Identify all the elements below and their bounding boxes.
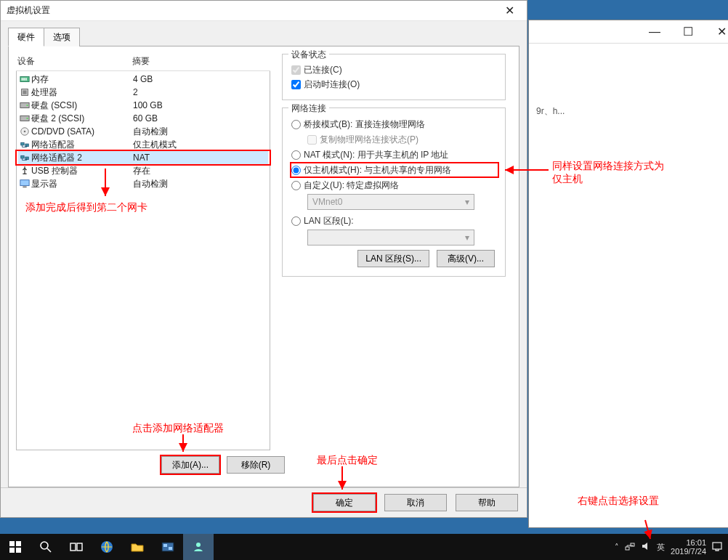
ie-icon[interactable] bbox=[92, 534, 122, 560]
app-icon[interactable] bbox=[183, 534, 214, 560]
add-hardware-button[interactable]: 添加(A)... bbox=[161, 456, 219, 474]
tray-network-icon[interactable] bbox=[625, 541, 635, 553]
custom-vmnet-value: VMnet0 bbox=[312, 197, 342, 207]
svg-rect-35 bbox=[626, 547, 629, 550]
hw-summary: 自动检测 bbox=[133, 126, 268, 138]
close-button[interactable]: ✕ bbox=[705, 20, 728, 44]
dialog-title: 虚拟机设置 bbox=[7, 4, 50, 17]
connect-at-poweron-label: 启动时连接(O) bbox=[304, 78, 360, 91]
net-icon bbox=[18, 153, 31, 163]
hw-row-disk2[interactable]: 硬盘 2 (SCSI) 60 GB bbox=[18, 112, 268, 125]
hw-summary: 2 bbox=[133, 87, 268, 97]
hostonly-radio[interactable]: 仅主机模式(H): 与主机共享的专用网络 bbox=[291, 163, 498, 176]
minimize-button[interactable]: — bbox=[638, 20, 671, 44]
tray-volume-icon[interactable] bbox=[641, 541, 651, 553]
svg-rect-23 bbox=[9, 541, 15, 546]
hw-row-display[interactable]: 显示器 自动检测 bbox=[18, 177, 268, 190]
hw-row-disk1[interactable]: 硬盘 (SCSI) 100 GB bbox=[18, 99, 268, 112]
disk-icon bbox=[18, 100, 31, 110]
help-button[interactable]: 帮助 bbox=[456, 494, 518, 511]
ok-button[interactable]: 确定 bbox=[313, 494, 376, 511]
svg-rect-16 bbox=[20, 180, 29, 186]
hw-name: CD/DVD (SATA) bbox=[31, 126, 133, 137]
hw-summary: 4 GB bbox=[133, 74, 268, 84]
cancel-button[interactable]: 取消 bbox=[384, 494, 447, 511]
search-icon[interactable] bbox=[31, 534, 61, 560]
svg-rect-25 bbox=[9, 548, 15, 553]
tray-up-icon[interactable]: ˄ bbox=[615, 543, 619, 552]
svg-rect-33 bbox=[169, 547, 172, 550]
task-view-icon[interactable] bbox=[61, 534, 92, 560]
advanced-button[interactable]: 高级(V)... bbox=[437, 250, 495, 267]
svg-rect-26 bbox=[16, 548, 21, 553]
hostonly-label: 仅主机模式(H): 与主机共享的专用网络 bbox=[304, 164, 451, 176]
custom-vmnet-select: VMnet0 ▾ bbox=[307, 194, 474, 210]
replicate-checkbox: 复制物理网络连接状态(P) bbox=[307, 133, 498, 146]
custom-radio[interactable]: 自定义(U): 特定虚拟网络 bbox=[291, 179, 498, 192]
tray-notifications-icon[interactable] bbox=[712, 541, 722, 553]
tray-date: 2019/7/24 bbox=[671, 547, 706, 556]
svg-rect-2 bbox=[23, 78, 25, 81]
svg-rect-5 bbox=[23, 90, 26, 94]
hw-summary: 60 GB bbox=[133, 113, 268, 123]
connect-at-poweron-input[interactable] bbox=[291, 80, 301, 89]
device-state-group: 设备状态 已连接(C) 启动时连接(O) bbox=[282, 54, 506, 100]
explorer-icon[interactable] bbox=[122, 534, 153, 560]
svg-point-7 bbox=[26, 105, 28, 106]
hw-row-memory[interactable]: 内存 4 GB bbox=[18, 73, 268, 86]
hw-summary: 自动检测 bbox=[133, 178, 268, 190]
connected-input bbox=[291, 65, 301, 75]
tray-datetime[interactable]: 16:01 2019/7/24 bbox=[671, 538, 706, 556]
vmware-icon[interactable] bbox=[153, 534, 183, 560]
display-icon bbox=[18, 179, 31, 189]
hw-summary: 仅主机模式 bbox=[133, 139, 268, 151]
network-connection-group: 网络连接 桥接模式(B): 直接连接物理网络 复制物理网络连接状态(P) NAT… bbox=[282, 107, 506, 277]
start-button[interactable] bbox=[0, 534, 31, 560]
lan-segment-input[interactable] bbox=[291, 216, 301, 226]
hw-row-net1[interactable]: 网络适配器 仅主机模式 bbox=[18, 138, 268, 151]
memory-icon bbox=[18, 74, 31, 84]
svg-point-34 bbox=[196, 543, 201, 547]
background-window: — ☐ ✕ 9r、h... bbox=[528, 20, 728, 528]
svg-rect-1 bbox=[22, 78, 23, 81]
nat-input[interactable] bbox=[291, 150, 301, 160]
lan-segment-select: ▾ bbox=[307, 230, 474, 245]
svg-rect-37 bbox=[713, 543, 721, 549]
custom-input[interactable] bbox=[291, 181, 301, 190]
hw-row-cpu[interactable]: 处理器 2 bbox=[18, 86, 268, 99]
connect-at-poweron-checkbox[interactable]: 启动时连接(O) bbox=[291, 78, 498, 91]
tab-hardware[interactable]: 硬件 bbox=[8, 28, 44, 46]
svg-point-9 bbox=[26, 118, 28, 119]
maximize-button[interactable]: ☐ bbox=[671, 20, 705, 44]
replicate-label: 复制物理网络连接状态(P) bbox=[320, 134, 418, 146]
svg-point-11 bbox=[24, 131, 26, 133]
lan-segments-button[interactable]: LAN 区段(S)... bbox=[357, 250, 429, 267]
connected-checkbox[interactable]: 已连接(C) bbox=[291, 63, 498, 76]
hw-row-net2[interactable]: 网络适配器 2 NAT bbox=[18, 151, 268, 164]
hw-summary: NAT bbox=[133, 153, 268, 163]
lan-segment-radio[interactable]: LAN 区段(L): bbox=[291, 214, 498, 227]
svg-rect-32 bbox=[163, 544, 167, 547]
cpu-icon bbox=[18, 87, 31, 97]
usb-icon bbox=[18, 166, 31, 176]
hw-row-cd[interactable]: CD/DVD (SATA) 自动检测 bbox=[18, 125, 268, 138]
bridged-input[interactable] bbox=[291, 120, 301, 129]
dialog-close-button[interactable]: ✕ bbox=[495, 2, 524, 20]
hw-name: 处理器 bbox=[31, 86, 133, 99]
hw-name: 显示器 bbox=[31, 178, 133, 190]
tray-ime[interactable]: 英 bbox=[657, 542, 665, 553]
dialog-titlebar: 虚拟机设置 ✕ bbox=[1, 1, 527, 21]
bg-window-text: 9r、h... bbox=[536, 105, 728, 118]
tab-options[interactable]: 选项 bbox=[44, 28, 80, 46]
chevron-down-icon: ▾ bbox=[465, 232, 469, 243]
taskbar: ˄ 英 16:01 2019/7/24 bbox=[0, 534, 728, 560]
chevron-down-icon: ▾ bbox=[465, 197, 469, 207]
hw-name: 网络适配器 bbox=[31, 139, 133, 151]
hw-row-usb[interactable]: USB 控制器 存在 bbox=[18, 164, 268, 177]
network-legend: 网络连接 bbox=[288, 102, 329, 115]
bridged-radio[interactable]: 桥接模式(B): 直接连接物理网络 bbox=[291, 118, 498, 131]
svg-point-27 bbox=[41, 542, 48, 549]
hw-name: 硬盘 (SCSI) bbox=[31, 100, 133, 112]
nat-radio[interactable]: NAT 模式(N): 用于共享主机的 IP 地址 bbox=[291, 148, 498, 161]
hostonly-input[interactable] bbox=[291, 166, 301, 175]
